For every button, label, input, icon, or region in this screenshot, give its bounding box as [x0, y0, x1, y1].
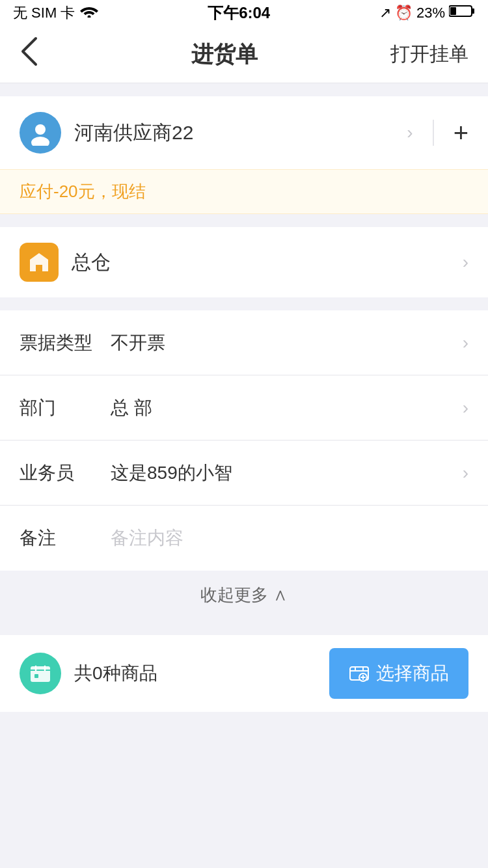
- status-left: 无 SIM 卡: [13, 3, 98, 23]
- status-time: 下午6:04: [208, 3, 270, 23]
- svg-point-0: [88, 16, 91, 18]
- battery-icon: [449, 5, 475, 21]
- dept-row[interactable]: 部门 总 部 ›: [0, 375, 488, 441]
- sales-chevron-icon: ›: [463, 463, 468, 483]
- section-gap-1: [0, 83, 488, 96]
- location-icon: ↗: [379, 5, 391, 21]
- svg-point-5: [31, 137, 49, 146]
- page-title: 进货单: [191, 40, 258, 70]
- dept-value: 总 部: [111, 396, 463, 420]
- sales-value: 这是859的小智: [111, 461, 463, 485]
- sales-label: 业务员: [20, 461, 111, 485]
- wifi-icon: [80, 5, 98, 21]
- invoice-chevron-icon: ›: [463, 332, 468, 353]
- bottom-section: 共0种商品 选择商品: [0, 635, 488, 712]
- supplier-notice: 应付-20元，现结: [0, 169, 488, 214]
- warehouse-icon: [20, 243, 59, 282]
- warehouse-section[interactable]: 总仓 ›: [0, 227, 488, 297]
- status-right: ↗ ⏰ 23%: [379, 5, 475, 21]
- svg-rect-8: [34, 674, 38, 678]
- svg-rect-7: [31, 666, 50, 682]
- dept-label: 部门: [20, 396, 111, 420]
- gap-2: [0, 214, 488, 227]
- select-product-button[interactable]: 选择商品: [329, 648, 468, 699]
- svg-rect-3: [450, 7, 456, 15]
- back-button[interactable]: [20, 35, 59, 74]
- gap-3: [0, 297, 488, 310]
- dept-chevron-icon: ›: [463, 398, 468, 418]
- alarm-icon: ⏰: [395, 5, 413, 21]
- battery-text: 23%: [416, 5, 445, 21]
- remark-label: 备注: [20, 526, 111, 550]
- sales-row[interactable]: 业务员 这是859的小智 ›: [0, 441, 488, 506]
- page-background: [0, 712, 488, 868]
- invoice-label: 票据类型: [20, 331, 111, 355]
- supplier-name: 河南供应商22: [74, 120, 407, 146]
- supplier-divider: [433, 120, 434, 146]
- supplier-row[interactable]: 河南供应商22 › +: [0, 96, 488, 169]
- remark-input[interactable]: 备注内容: [111, 526, 468, 550]
- svg-rect-6: [36, 265, 42, 271]
- warehouse-name: 总仓: [72, 249, 463, 276]
- remark-row[interactable]: 备注 备注内容: [0, 506, 488, 571]
- collapse-button[interactable]: 收起更多 ∧: [0, 571, 488, 622]
- svg-point-4: [35, 124, 46, 135]
- invoice-value: 不开票: [111, 331, 463, 355]
- form-section: 票据类型 不开票 › 部门 总 部 › 业务员 这是859的小智 › 备注 备注…: [0, 310, 488, 571]
- invoice-row[interactable]: 票据类型 不开票 ›: [0, 310, 488, 375]
- add-supplier-button[interactable]: +: [454, 118, 468, 148]
- supplier-chevron-icon: ›: [407, 122, 413, 143]
- nav-bar: 进货单 打开挂单: [0, 26, 488, 83]
- product-count: 共0种商品: [74, 661, 329, 686]
- status-bar: 无 SIM 卡 下午6:04 ↗ ⏰ 23%: [0, 0, 488, 26]
- product-icon-wrap: [20, 653, 61, 694]
- supplier-avatar: [20, 112, 61, 154]
- warehouse-chevron-icon: ›: [463, 252, 468, 273]
- open-pending-button[interactable]: 打开挂单: [390, 41, 468, 68]
- svg-rect-2: [472, 8, 474, 14]
- select-product-label: 选择商品: [376, 661, 449, 686]
- supplier-section: 河南供应商22 › + 应付-20元，现结: [0, 96, 488, 214]
- warehouse-row[interactable]: 总仓 ›: [0, 227, 488, 297]
- signal-text: 无 SIM 卡: [13, 3, 75, 23]
